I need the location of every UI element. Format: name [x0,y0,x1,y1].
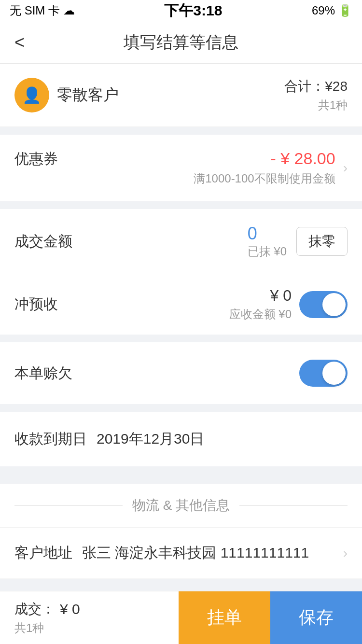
transaction-right: 0 已抹 ¥0 抹零 [248,224,348,259]
status-right: 69% 🔋 [312,4,352,17]
prepay-row: 冲预收 ¥ 0 应收金额 ¥0 [0,274,362,335]
prepay-right: ¥ 0 应收金额 ¥0 [229,287,348,322]
due-date-row[interactable]: 收款到期日 2019年12月30日 [0,412,362,466]
prepay-label: 冲预收 [14,294,82,314]
transaction-row: 成交金额 0 已抹 ¥0 抹零 [0,209,362,274]
debt-toggle[interactable] [299,360,348,387]
prepay-note: 应收金额 ¥0 [229,307,292,322]
address-label: 客户地址 [14,543,72,563]
customer-avatar: 👤 [14,78,49,112]
transaction-section: 成交金额 0 已抹 ¥0 抹零 冲预收 ¥ 0 应收金额 ¥0 [0,209,362,335]
signal-text: 无 SIM 卡 ☁ [10,3,75,18]
prepay-amount: ¥ 0 [229,287,292,305]
due-date-label: 收款到期日 [14,429,87,449]
customer-right: 合计：¥28 共1种 [284,77,348,113]
coupon-right: - ¥ 28.00 满1000-100不限制使用金额 › [194,149,348,186]
bottom-deal-label: 成交： [14,600,55,618]
customer-count: 共1种 [284,98,348,113]
avatar-icon: 👤 [22,86,42,104]
bottom-count: 共1种 [14,620,164,636]
save-button[interactable]: 保存 [270,591,362,644]
customer-row: 👤 零散客户 合计：¥28 共1种 [0,64,362,127]
address-chevron-icon: › [343,546,348,561]
transaction-value[interactable]: 0 [248,224,287,244]
nav-bar: < 填写结算等信息 [0,21,362,64]
bottom-deal: 成交： ¥ 0 [14,600,164,618]
bottom-deal-value: ¥ 0 [60,601,80,617]
address-value: 张三 海淀永丰科技园 11111111111 [82,543,343,563]
status-bar: 无 SIM 卡 ☁ 下午3:18 69% 🔋 [0,0,362,21]
battery-text: 69% [312,4,335,17]
logistics-line-right [239,505,348,506]
bottom-bar: 成交： ¥ 0 共1种 挂单 保存 [0,591,362,644]
coupon-row[interactable]: 优惠券 - ¥ 28.00 满1000-100不限制使用金额 › [0,135,362,201]
toggle-thumb [322,293,346,316]
coupon-value-area: - ¥ 28.00 满1000-100不限制使用金额 [194,149,335,186]
page-title: 填写结算等信息 [124,31,238,54]
battery-icon: 🔋 [338,4,352,17]
customer-left: 👤 零散客户 [14,78,119,112]
transaction-label: 成交金额 [14,232,82,252]
coupon-section: 优惠券 - ¥ 28.00 满1000-100不限制使用金额 › [0,135,362,201]
round-zero-button[interactable]: 抹零 [296,227,348,256]
logistics-section: 物流 & 其他信息 客户地址 张三 海淀永丰科技园 11111111111 › [0,484,362,579]
coupon-chevron-icon: › [343,160,348,176]
status-left: 无 SIM 卡 ☁ [10,3,75,18]
status-time: 下午3:18 [164,1,222,21]
back-button[interactable]: < [14,32,25,53]
coupon-label: 优惠券 [14,149,82,169]
due-date-value: 2019年12月30日 [97,429,204,449]
logistics-header: 物流 & 其他信息 [0,484,362,528]
logistics-title: 物流 & 其他信息 [132,496,230,515]
coupon-amount: - ¥ 28.00 [194,149,335,168]
debt-toggle-thumb [322,362,346,385]
bottom-info: 成交： ¥ 0 共1种 [0,600,179,636]
pending-button[interactable]: 挂单 [179,591,270,644]
address-row[interactable]: 客户地址 张三 海淀永丰科技园 11111111111 › [0,528,362,579]
transaction-note: 已抹 ¥0 [248,244,287,259]
divider [0,474,362,484]
debt-row: 本单赊欠 [0,342,362,404]
coupon-note: 满1000-100不限制使用金额 [194,171,335,186]
debt-label: 本单赊欠 [14,364,72,383]
prepay-toggle[interactable] [299,291,348,318]
logistics-line-left [14,505,123,506]
content-area: 👤 零散客户 合计：¥28 共1种 优惠券 - ¥ 28.00 满1000-10… [0,64,362,644]
prepay-info: ¥ 0 应收金额 ¥0 [229,287,292,322]
customer-total: 合计：¥28 [284,77,348,96]
customer-name: 零散客户 [57,84,119,106]
